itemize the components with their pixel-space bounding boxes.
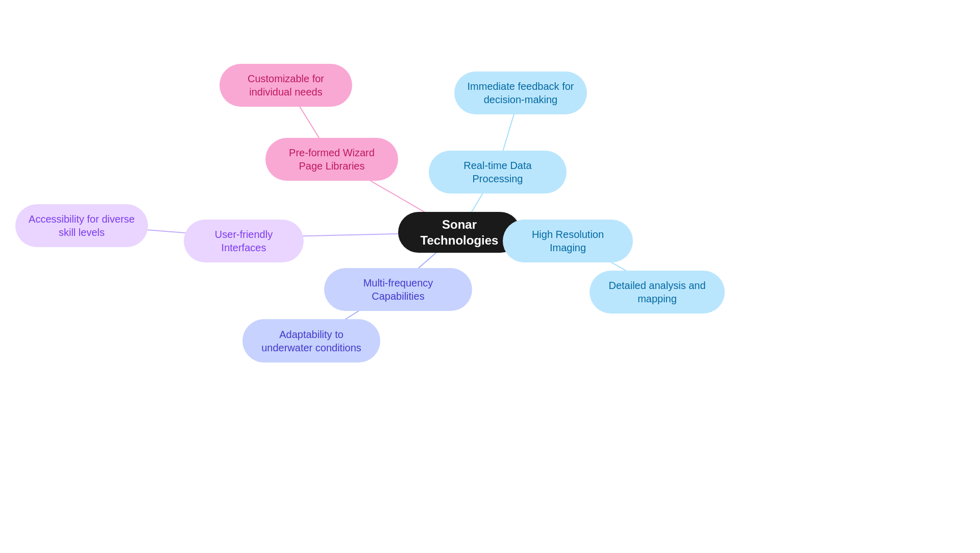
node-wizard: Pre-formed Wizard Page Libraries <box>265 138 398 181</box>
node-realtime: Real-time Data Processing <box>429 151 567 194</box>
node-accessibility: Accessibility for diverse skill levels <box>15 204 148 247</box>
node-detailed: Detailed analysis and mapping <box>590 271 725 314</box>
center-node: Sonar Technologies <box>398 212 521 253</box>
node-user-friendly: User-friendly Interfaces <box>184 220 304 262</box>
node-immediate: Immediate feedback for decision-making <box>454 71 587 114</box>
node-customizable: Customizable for individual needs <box>219 64 352 107</box>
node-high-res: High Resolution Imaging <box>503 220 633 262</box>
node-adaptability: Adaptability to underwater conditions <box>242 319 380 363</box>
node-multi-freq: Multi-frequency Capabilities <box>324 268 472 311</box>
mind-map-container: Sonar TechnologiesCustomizable for indiv… <box>0 0 980 553</box>
